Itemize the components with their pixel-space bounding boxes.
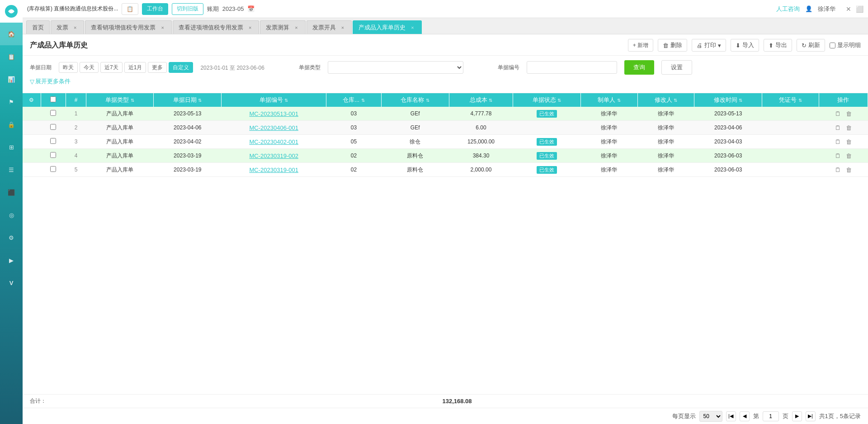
tab-check-purchase-close[interactable]: × — [247, 25, 253, 30]
next-page-btn[interactable]: ▶ — [792, 411, 802, 421]
row-warehouse-code: 05 — [326, 135, 382, 149]
refresh-btn[interactable]: ↻ 刷新 — [797, 39, 825, 52]
date-yesterday-btn[interactable]: 昨天 — [59, 62, 78, 73]
tab-home[interactable]: 首页 — [26, 20, 50, 34]
col-total-cost[interactable]: 总成本 ⇅ — [449, 93, 513, 107]
tab-product-warehouse[interactable]: 产成品入库单历史 × — [353, 20, 421, 34]
row-checkbox-0[interactable] — [50, 110, 56, 116]
reset-btn[interactable]: 设置 — [661, 60, 692, 75]
tab-invoice-close[interactable]: × — [72, 25, 78, 30]
docnum-filter-input[interactable] — [527, 61, 617, 74]
tab-product-warehouse-close[interactable]: × — [409, 25, 415, 30]
sidebar-item-lock[interactable]: 🔒 — [0, 113, 23, 136]
row-settings-col — [23, 149, 41, 163]
delete-btn[interactable]: 🗑 删除 — [658, 39, 687, 52]
doc-no-link[interactable]: MC-20230319-001 — [250, 167, 298, 173]
delete-icon-3[interactable]: 🗑 — [844, 152, 853, 160]
col-settings[interactable]: ⚙ — [23, 93, 41, 107]
query-btn[interactable]: 查询 — [624, 60, 654, 75]
page-number-input[interactable] — [763, 411, 779, 421]
date-today-btn[interactable]: 今天 — [80, 62, 99, 73]
delete-icon-2[interactable]: 🗑 — [844, 138, 853, 146]
col-voucher-no[interactable]: 凭证号 ⇅ — [762, 93, 819, 107]
sidebar-item-doc[interactable]: 📋 — [0, 45, 23, 68]
tab-check-purchase[interactable]: 查看进项增值税专用发票 × — [173, 20, 259, 34]
col-warehouse-code[interactable]: 仓库... ⇅ — [326, 93, 382, 107]
first-page-btn[interactable]: |◀ — [726, 411, 736, 421]
select-all-checkbox[interactable] — [50, 96, 56, 102]
copy-btn[interactable]: 📋 — [122, 3, 138, 15]
per-page-select[interactable]: 50 100 — [699, 411, 722, 422]
row-checkbox-3[interactable] — [50, 152, 56, 158]
sidebar-item-settings[interactable]: ⚙ — [0, 226, 23, 249]
expand-filter-btn[interactable]: ▽ 展开更多条件 — [30, 77, 71, 86]
prev-page-btn[interactable]: ◀ — [740, 411, 750, 421]
col-warehouse-name[interactable]: 仓库名称 ⇅ — [381, 93, 449, 107]
sidebar-item-home[interactable]: 🏠 — [0, 23, 23, 45]
doc-no-link[interactable]: MC-20230402-001 — [250, 138, 298, 145]
sidebar-item-circle[interactable]: ◎ — [0, 204, 23, 226]
col-doc-no[interactable]: 单据编号 ⇅ — [222, 93, 326, 107]
workspace-btn[interactable]: 工作台 — [142, 3, 168, 15]
tab-check-sales[interactable]: 查看销项增值税专用发票 × — [85, 20, 171, 34]
sort-icon-doc-type: ⇅ — [131, 98, 134, 103]
sidebar-item-flag[interactable]: ⚑ — [0, 91, 23, 113]
close-window-btn[interactable]: ✕ — [844, 5, 853, 13]
edit-icon-2[interactable]: 🗒 — [834, 138, 842, 146]
sidebar-item-list[interactable]: ☰ — [0, 158, 23, 181]
tab-invoice-open-close[interactable]: × — [340, 25, 346, 30]
delete-icon-1[interactable]: 🗑 — [844, 124, 853, 132]
col-doc-type[interactable]: 单据类型 ⇅ — [86, 93, 154, 107]
maximize-window-btn[interactable]: ⬜ — [855, 5, 863, 13]
switch-version-btn[interactable]: 切到旧版 — [172, 3, 203, 15]
doc-no-link[interactable]: MC-20230319-002 — [250, 152, 298, 159]
row-doc-no[interactable]: MC-20230513-001 — [222, 107, 326, 121]
col-doc-date[interactable]: 单据日期 ⇅ — [154, 93, 222, 107]
print-btn[interactable]: 🖨 打印 ▾ — [692, 39, 726, 52]
status-badge: 已生效 — [537, 152, 557, 160]
sidebar-item-v[interactable]: V — [0, 272, 23, 294]
user-service[interactable]: 人工咨询 — [776, 5, 800, 13]
date-custom-btn[interactable]: 自定义 — [169, 62, 193, 73]
new-btn[interactable]: + 新增 — [628, 39, 653, 52]
row-modifier: 徐泽华 — [637, 149, 694, 163]
date-more-btn[interactable]: 更多 — [148, 62, 167, 73]
show-detail-checkbox[interactable] — [830, 43, 835, 48]
date-1month-btn[interactable]: 近1月 — [124, 62, 146, 73]
edit-icon-4[interactable]: 🗒 — [834, 166, 842, 174]
edit-icon-1[interactable]: 🗒 — [834, 124, 842, 132]
last-page-btn[interactable]: ▶| — [806, 411, 816, 421]
sidebar-item-play[interactable]: ▶ — [0, 249, 23, 272]
export-btn[interactable]: ⬆ 导出 — [764, 39, 792, 52]
tab-invoice-calc-close[interactable]: × — [293, 25, 299, 30]
row-checkbox-1[interactable] — [50, 124, 56, 130]
row-checkbox-2[interactable] — [50, 138, 56, 144]
tab-check-sales-close[interactable]: × — [159, 25, 165, 30]
row-doc-no[interactable]: MC-20230319-002 — [222, 149, 326, 163]
tab-invoice-calc[interactable]: 发票测算 × — [260, 20, 305, 34]
tab-invoice-open[interactable]: 发票开具 × — [307, 20, 352, 34]
doc-no-link[interactable]: MC-20230406-001 — [250, 124, 298, 131]
date-7days-btn[interactable]: 近7天 — [100, 62, 123, 73]
col-rownum: # — [66, 93, 86, 107]
tabs-bar: 首页 发票 × 查看销项增值税专用发票 × 查看进项增值税专用发票 × 发票测算… — [23, 18, 868, 34]
doc-no-link[interactable]: MC-20230513-001 — [250, 110, 298, 117]
row-checkbox-4[interactable] — [50, 166, 56, 172]
tab-invoice[interactable]: 发票 × — [51, 20, 84, 34]
col-doc-status[interactable]: 单据状态 ⇅ — [513, 93, 581, 107]
row-doc-no[interactable]: MC-20230406-001 — [222, 121, 326, 135]
import-btn[interactable]: ⬇ 导入 — [731, 39, 759, 52]
sidebar-item-grid[interactable]: ⊞ — [0, 136, 23, 158]
row-doc-no[interactable]: MC-20230319-001 — [222, 163, 326, 177]
col-creator[interactable]: 制单人 ⇅ — [581, 93, 638, 107]
sidebar-item-chart[interactable]: 📊 — [0, 68, 23, 91]
edit-icon-0[interactable]: 🗒 — [834, 110, 842, 118]
row-doc-no[interactable]: MC-20230402-001 — [222, 135, 326, 149]
edit-icon-3[interactable]: 🗒 — [834, 152, 842, 160]
delete-icon-0[interactable]: 🗑 — [844, 110, 853, 118]
type-filter-select[interactable] — [328, 61, 463, 74]
col-modifier[interactable]: 修改人 ⇅ — [637, 93, 694, 107]
sidebar-item-stamp[interactable]: ⬛ — [0, 181, 23, 204]
col-modify-time[interactable]: 修改时间 ⇅ — [694, 93, 762, 107]
delete-icon-4[interactable]: 🗑 — [844, 166, 853, 174]
